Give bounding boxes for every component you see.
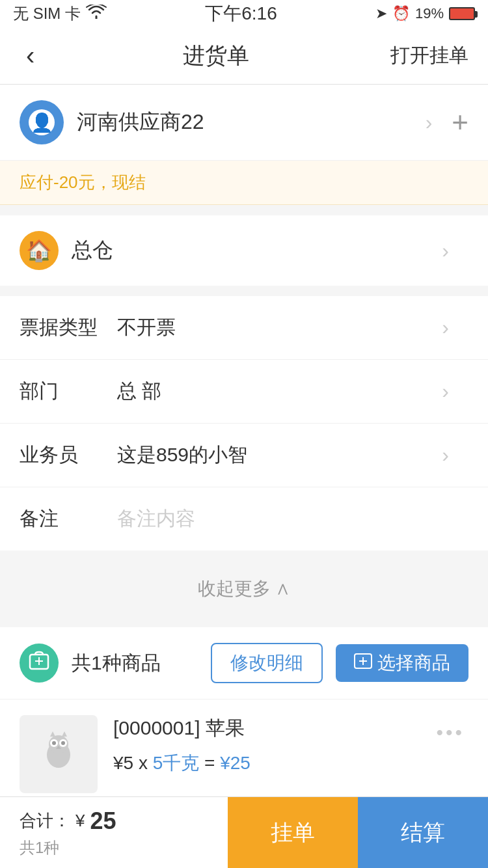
department-value: 总 部 <box>104 378 442 405</box>
products-section: 共1种商品 修改明细 选择商品 <box>0 627 488 809</box>
product-multiply: x <box>139 753 153 773</box>
svg-marker-13 <box>50 731 55 737</box>
remark-label: 备注 <box>20 506 104 532</box>
chevron-right-icon: › <box>426 111 433 135</box>
products-header: 共1种商品 修改明细 选择商品 <box>0 627 488 699</box>
svg-marker-14 <box>62 731 67 737</box>
person-icon: 👤 <box>31 112 53 133</box>
collapse-row[interactable]: 收起更多 ∧ <box>0 561 488 617</box>
status-time: 下午6:16 <box>205 1 277 26</box>
salesman-label: 业务员 <box>20 442 104 468</box>
product-name: [0000001] 苹果 <box>113 715 429 742</box>
product-item: [0000001] 苹果 ¥5 x 5千克 = ¥25 • • • <box>0 699 488 809</box>
battery-percent: 19% <box>415 5 444 22</box>
add-icon[interactable]: + <box>452 106 468 139</box>
supplier-notice: 应付-20元，现结 <box>0 161 488 205</box>
supplier-avatar: 👤 <box>20 100 64 144</box>
department-row[interactable]: 部门 总 部 › <box>0 360 488 424</box>
select-product-icon <box>354 653 372 673</box>
product-total: ¥25 <box>220 753 251 773</box>
status-left: 无 SIM 卡 <box>13 3 107 24</box>
status-bar: 无 SIM 卡 下午6:16 ➤ ⏰ 19% <box>0 0 488 27</box>
remark-value[interactable]: 备注内容 <box>104 506 468 532</box>
remark-row[interactable]: 备注 备注内容 <box>0 487 488 550</box>
product-quantity: 5千克 <box>153 753 200 773</box>
warehouse-icon: 🏠 <box>26 238 52 263</box>
product-calc: ¥5 x 5千克 = ¥25 <box>113 751 429 776</box>
select-product-label: 选择商品 <box>377 651 450 675</box>
product-name-text: 苹果 <box>206 717 245 739</box>
footer: 合计： ¥ 25 共1种 挂单 结算 <box>0 796 488 868</box>
avatar-inner: 👤 <box>29 109 55 135</box>
footer-total-row: 合计： ¥ 25 <box>20 807 208 835</box>
more-dot1: • <box>436 722 443 744</box>
back-button[interactable]: ‹ <box>20 34 41 77</box>
supplier-name: 河南供应商22 <box>77 108 426 137</box>
open-hang-button[interactable]: 打开挂单 <box>390 42 468 69</box>
invoice-type-row[interactable]: 票据类型 不开票 › <box>0 296 488 360</box>
salesman-chevron-icon: › <box>442 443 449 467</box>
product-equals: = <box>204 753 220 773</box>
footer-total: 合计： ¥ 25 共1种 <box>0 807 228 858</box>
invoice-chevron-icon: › <box>442 316 449 340</box>
invoice-type-value: 不开票 <box>104 314 442 341</box>
salesman-value: 这是859的小智 <box>104 442 442 468</box>
total-label: 合计： <box>20 809 70 832</box>
products-icon-wrap <box>20 644 59 683</box>
svg-point-10 <box>52 741 56 745</box>
supplier-section: 👤 河南供应商22 › + 应付-20元，现结 <box>0 85 488 205</box>
invoice-type-label: 票据类型 <box>20 314 104 341</box>
department-label: 部门 <box>20 378 104 405</box>
collapse-label: 收起更多 ∧ <box>198 576 291 601</box>
content: 👤 河南供应商22 › + 应付-20元，现结 🏠 总仓 › 票据类型 不开票 … <box>0 85 488 868</box>
wifi-icon <box>86 5 107 23</box>
location-icon: ➤ <box>375 5 387 22</box>
warehouse-section[interactable]: 🏠 总仓 › <box>0 215 488 286</box>
salesman-row[interactable]: 业务员 这是859的小智 › <box>0 424 488 487</box>
warehouse-chevron-icon: › <box>442 239 449 263</box>
checkout-button[interactable]: 结算 <box>358 797 488 869</box>
owl-icon <box>36 727 81 781</box>
warehouse-name: 总仓 <box>72 236 442 265</box>
total-amount: 25 <box>90 807 116 835</box>
modify-detail-button[interactable]: 修改明细 <box>211 643 323 683</box>
total-symbol: ¥ <box>75 811 85 831</box>
page-title: 进货单 <box>183 41 249 71</box>
alarm-icon: ⏰ <box>392 5 410 22</box>
carrier-text: 无 SIM 卡 <box>13 3 81 24</box>
svg-point-11 <box>61 741 65 745</box>
product-id: [0000001] <box>113 717 200 739</box>
form-section: 票据类型 不开票 › 部门 总 部 › 业务员 这是859的小智 › 备注 备注… <box>0 296 488 550</box>
product-info: [0000001] 苹果 ¥5 x 5千克 = ¥25 <box>113 715 429 776</box>
supplier-row[interactable]: 👤 河南供应商22 › + <box>0 85 488 161</box>
select-product-button[interactable]: 选择商品 <box>336 644 468 682</box>
more-dot3: • <box>455 722 462 744</box>
battery-icon <box>449 7 475 20</box>
more-dot2: • <box>446 722 453 744</box>
product-price: ¥5 <box>113 753 133 773</box>
department-chevron-icon: › <box>442 379 449 403</box>
product-thumbnail <box>20 715 98 793</box>
warehouse-icon-wrap: 🏠 <box>20 231 59 270</box>
status-right: ➤ ⏰ 19% <box>375 5 475 22</box>
products-icon <box>27 649 51 677</box>
hang-button[interactable]: 挂单 <box>228 797 358 869</box>
product-more-button[interactable]: • • • <box>429 715 468 750</box>
products-count: 共1种商品 <box>72 650 211 677</box>
footer-count: 共1种 <box>20 837 208 858</box>
nav-bar: ‹ 进货单 打开挂单 <box>0 27 488 85</box>
